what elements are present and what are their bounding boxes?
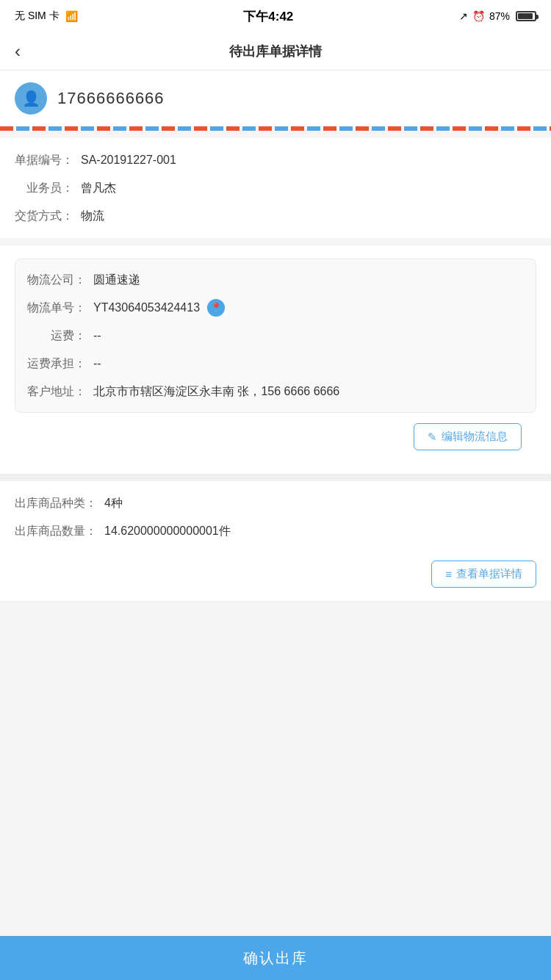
order-no-label: 单据编号： [15, 151, 81, 169]
status-right: ↗ ⏰ 87% [459, 10, 536, 22]
nav-bar: ‹ 待出库单据详情 [0, 32, 551, 71]
freight-bear-row: 运费承担： -- [27, 355, 524, 372]
tracking-no-row: 物流单号： YT43064053424413 📍 [27, 299, 524, 317]
logistics-section: 物流公司： 圆通速递 物流单号： YT43064053424413 📍 运费： … [0, 245, 551, 474]
status-time: 下午4:42 [243, 8, 293, 25]
view-detail-label: 查看单据详情 [456, 567, 522, 581]
goods-type-label: 出库商品种类： [15, 494, 104, 512]
address-value: 北京市市辖区海淀区永丰南 张，156 6666 6666 [93, 383, 524, 400]
sales-person-value: 曾凡杰 [81, 179, 536, 197]
logistics-company-label: 物流公司： [27, 271, 93, 289]
alarm-icon: ⏰ [472, 10, 485, 22]
delivery-method-value: 物流 [81, 207, 536, 225]
location-service-icon: ↗ [459, 10, 468, 22]
view-detail-btn-row: ≡ 查看单据详情 [0, 553, 551, 601]
confirm-btn-label: 确认出库 [243, 948, 308, 968]
freight-label: 运费： [27, 327, 93, 345]
edit-logistics-btn-row: ✎ 编辑物流信息 [15, 413, 536, 461]
goods-summary-section: 出库商品种类： 4种 出库商品数量： 14.620000000000001件 [0, 481, 551, 553]
goods-quantity-value: 14.620000000000001件 [104, 522, 536, 540]
view-detail-button[interactable]: ≡ 查看单据详情 [431, 561, 536, 588]
order-no-row: 单据编号： SA-20191227-001 [15, 151, 536, 169]
confirm-outbound-button[interactable]: 确认出库 [0, 936, 551, 980]
wifi-icon: 📶 [65, 10, 78, 22]
section-separator [0, 474, 551, 481]
logistics-company-value: 圆通速递 [93, 271, 524, 289]
goods-quantity-row: 出库商品数量： 14.620000000000001件 [15, 522, 536, 540]
tracking-no-label: 物流单号： [27, 299, 93, 317]
freight-bear-value: -- [93, 355, 524, 372]
logistics-company-row: 物流公司： 圆通速递 [27, 271, 524, 289]
delivery-method-label: 交货方式： [15, 207, 81, 225]
delivery-method-row: 交货方式： 物流 [15, 207, 536, 225]
battery-percent: 87% [489, 10, 510, 22]
freight-bear-label: 运费承担： [27, 355, 93, 372]
address-row: 客户地址： 北京市市辖区海淀区永丰南 张，156 6666 6666 [27, 383, 524, 400]
customer-phone: 17666666666 [57, 89, 165, 108]
tracking-no-value: YT43064053424413 📍 [93, 299, 524, 317]
edit-logistics-button[interactable]: ✎ 编辑物流信息 [414, 423, 522, 450]
bottom-spacer [0, 601, 551, 748]
order-no-value: SA-20191227-001 [81, 151, 536, 169]
customer-header: 👤 17666666666 [0, 71, 551, 126]
sales-person-row: 业务员： 曾凡杰 [15, 179, 536, 197]
back-button[interactable]: ‹ [9, 35, 26, 68]
goods-quantity-label: 出库商品数量： [15, 522, 104, 540]
goods-type-value: 4种 [104, 494, 536, 512]
carrier-label: 无 SIM 卡 [15, 10, 60, 23]
status-left: 无 SIM 卡 📶 [15, 10, 78, 23]
page-title: 待出库单据详情 [229, 43, 322, 60]
status-bar: 无 SIM 卡 📶 下午4:42 ↗ ⏰ 87% [0, 0, 551, 32]
logistics-card: 物流公司： 圆通速递 物流单号： YT43064053424413 📍 运费： … [15, 259, 536, 413]
address-label: 客户地址： [27, 383, 93, 400]
avatar-icon: 👤 [22, 90, 40, 107]
document-icon: ≡ [445, 568, 452, 580]
dashed-divider [0, 126, 551, 131]
order-info-section: 单据编号： SA-20191227-001 业务员： 曾凡杰 交货方式： 物流 [0, 138, 551, 238]
battery-icon [516, 11, 536, 21]
freight-value: -- [93, 327, 524, 345]
avatar: 👤 [15, 82, 47, 115]
freight-row: 运费： -- [27, 327, 524, 345]
edit-icon: ✎ [428, 430, 437, 444]
sales-person-label: 业务员： [15, 179, 81, 197]
tracking-location-icon[interactable]: 📍 [207, 299, 225, 317]
edit-logistics-label: 编辑物流信息 [442, 430, 508, 444]
goods-type-row: 出库商品种类： 4种 [15, 494, 536, 512]
